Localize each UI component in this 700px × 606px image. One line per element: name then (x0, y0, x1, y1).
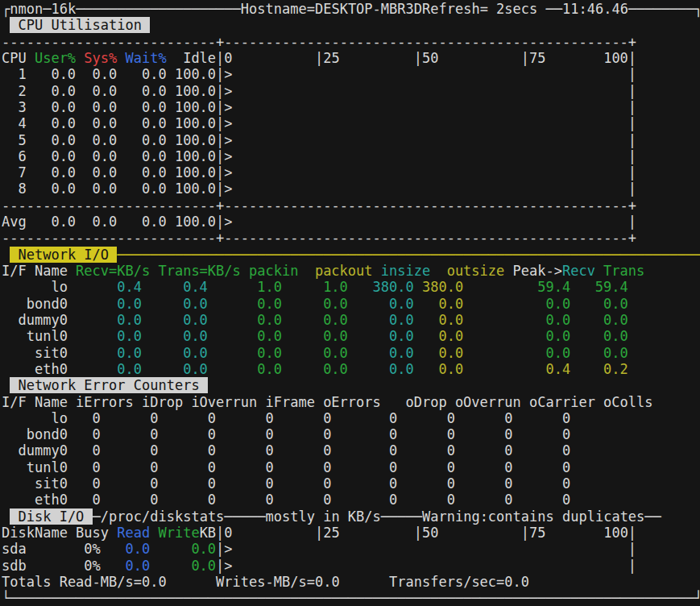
counter: 0 (331, 442, 397, 459)
interface-name: bond0 (2, 426, 68, 442)
cpu-row: 40.00.00.0100.0|>| (2, 115, 700, 131)
counter: 0 (101, 426, 159, 442)
packout: 1.0 (282, 279, 348, 295)
peak-label: Peak-> (513, 263, 562, 279)
cpu-separator: --------------------------+-------------… (2, 197, 700, 214)
bar-scale: 0 |25 |50 |75 100| (224, 50, 636, 66)
bar-left-edge: | (216, 148, 224, 164)
wait-col-header: Wait% (117, 50, 166, 66)
cpu-row: 30.00.00.0100.0|>| (2, 99, 700, 115)
bar-right-edge: | (628, 558, 636, 574)
read-kbs: 0.0 (101, 541, 150, 557)
disk-section-title: Disk I/O (10, 508, 92, 525)
counter: 0 (158, 426, 216, 442)
packout: 0.0 (282, 312, 348, 328)
busy-pct: 0% (68, 541, 101, 557)
cpu-section: CPU Utilisation ------------------------… (2, 17, 700, 246)
counter: 0 (158, 492, 216, 508)
counter: 0 (68, 459, 101, 475)
bar-left-edge: | (216, 558, 224, 574)
packin: 0.0 (208, 328, 282, 344)
counter: 0 (331, 426, 397, 442)
bottom-border: └───────────────────────────────────────… (2, 590, 700, 606)
ioverrun-col-header: iOverrun (183, 394, 257, 410)
idle-pct: 100.0 (167, 148, 216, 164)
user-pct: 0.0 (27, 99, 76, 115)
bar-right-edge: | (628, 132, 636, 148)
border-fill: ──────── (628, 1, 694, 17)
cpu-id: 6 (2, 148, 27, 164)
counter: 0 (397, 410, 455, 426)
network-row: lo0.40.41.01.0380.0380.059.459.4 (2, 279, 700, 295)
counter: 0 (216, 410, 274, 426)
idle-pct: 100.0 (167, 115, 216, 131)
window-corner-right: ┐ (694, 1, 700, 17)
cpu-id: 7 (2, 164, 27, 181)
network-row: eth00.00.00.00.00.00.00.40.2 (2, 361, 700, 377)
counter: 0 (101, 459, 159, 475)
bar-left-edge: | (216, 541, 224, 557)
counter: 0 (397, 492, 455, 508)
sys-pct: 0.0 (76, 66, 117, 82)
odrop-col-header: oDrop (381, 394, 447, 410)
bar-cursor: > (224, 214, 628, 230)
idle-pct: 100.0 (167, 66, 216, 82)
sys-pct: 0.0 (76, 214, 117, 230)
cpu-id: Avg (2, 214, 27, 230)
bar-left-edge: | (216, 99, 224, 115)
idle-pct: 100.0 (167, 164, 216, 181)
border-fill: ── (546, 1, 562, 17)
wait-pct: 0.0 (117, 132, 166, 148)
cpu-id: 4 (2, 115, 27, 131)
counter: 0 (331, 410, 397, 426)
packout: 0.0 (282, 361, 348, 377)
network-row: sit00.00.00.00.00.00.00.00.0 (2, 345, 700, 361)
separator-text: --------------------------+-------------… (2, 34, 636, 50)
cpu-separator: --------------------------+-------------… (2, 230, 700, 246)
user-pct: 0.0 (27, 83, 76, 99)
read-kbs: 0.0 (101, 558, 150, 574)
counter: 0 (216, 426, 274, 442)
sys-pct: 0.0 (76, 132, 117, 148)
sys-pct: 0.0 (76, 164, 117, 181)
insize: 0.0 (348, 312, 414, 328)
network-errors-section: Network Error Counters I/F NameiErrorsiD… (2, 377, 700, 508)
user-pct: 0.0 (27, 181, 76, 197)
bar-right-edge: | (628, 115, 636, 131)
errors-row: sit0000000000 (2, 475, 700, 492)
trans-kbs: 0.0 (142, 312, 208, 328)
counter: 0 (274, 459, 332, 475)
counter: 0 (513, 442, 571, 459)
counter: 0 (274, 410, 332, 426)
counter: 0 (68, 442, 101, 459)
interface-name: tunl0 (2, 459, 68, 475)
disk-row: sda0%0.00.0|>| (2, 541, 700, 557)
counter: 0 (397, 426, 455, 442)
cpu-section-title-line: CPU Utilisation (2, 17, 700, 33)
cpu-id: 2 (2, 83, 27, 99)
disk-table-header: DiskNameBusyReadWriteKB|0 |25 |50 |75 10… (2, 525, 700, 541)
packout: 0.0 (282, 296, 348, 312)
counter: 0 (68, 410, 101, 426)
bar-left-edge: | (216, 50, 224, 66)
counter: 0 (101, 410, 159, 426)
disk-row: sdb0%0.00.0|>| (2, 558, 700, 574)
counter: 0 (455, 475, 513, 492)
insize: 380.0 (348, 279, 414, 295)
disk-section-title-line: Disk I/O ─/proc/diskstats─────mostly in … (2, 508, 700, 525)
counter: 0 (397, 459, 455, 475)
bar-left-edge: | (216, 115, 224, 131)
nmon-terminal[interactable]: ┌nmon─16k────────────────────Hostname=DE… (0, 0, 700, 606)
counter: 0 (455, 426, 513, 442)
cpu-separator: --------------------------+-------------… (2, 34, 700, 50)
counter: 0 (101, 475, 159, 492)
peak-trans: 0.0 (570, 296, 628, 312)
diskname-col-header: DiskName (2, 525, 68, 541)
peak-trans: 0.0 (570, 328, 628, 344)
bar-cursor: > (224, 181, 628, 197)
interface-name: lo (2, 410, 68, 426)
counter: 0 (216, 442, 274, 459)
bar-scale: 0 |25 |50 |75 100| (224, 525, 636, 541)
bar-left-edge: | (216, 525, 224, 541)
bar-right-edge: | (628, 541, 636, 557)
